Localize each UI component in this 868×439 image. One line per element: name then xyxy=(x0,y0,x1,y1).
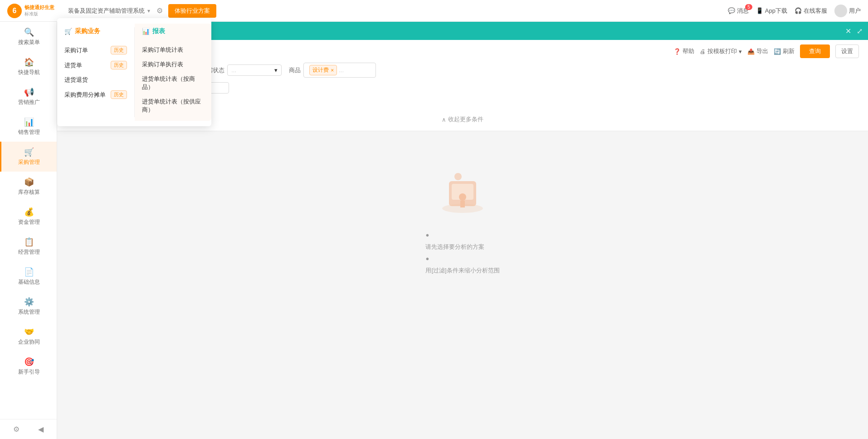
help-icon: ❓ xyxy=(673,48,681,55)
sales-icon: 📊 xyxy=(24,117,34,127)
logo-icon: 6 xyxy=(7,4,22,18)
system-title: 装备及固定资产辅助管理系统 xyxy=(68,7,145,15)
collapse-icon: ∧ xyxy=(442,116,446,123)
empty-text: ● 请先选择要分析的方案 ● 用[过滤]条件来缩小分析范围 xyxy=(425,229,499,276)
history-badge-0: 历史 xyxy=(111,46,127,54)
refresh-btn[interactable]: 🔄 刷新 xyxy=(774,47,795,55)
print-dropdown-icon: ▾ xyxy=(739,48,742,55)
purchase-dropdown-menu: 🛒 采购业务 采购订单 历史 进货单 历史 xyxy=(57,22,211,126)
goods-filter: 商品 设计费 × ... xyxy=(289,63,376,78)
svg-point-3 xyxy=(459,193,466,201)
collaboration-icon: 🤝 xyxy=(24,327,34,337)
headset-icon: 🎧 xyxy=(795,7,802,14)
sidebar-item-collaboration[interactable]: 🤝 企业协同 xyxy=(0,321,57,351)
stock-return-item[interactable]: 进货退货 xyxy=(64,73,127,87)
sidebar: 🔍 搜索菜单 🏠 快捷导航 📢 营销推广 📊 销售管理 🛒 采购管理 📦 xyxy=(0,22,57,439)
industry-btn[interactable]: 体验行业方案 xyxy=(168,4,216,18)
goods-tag: 设计费 × xyxy=(309,65,337,75)
user-menu[interactable]: 用户 xyxy=(834,5,861,17)
refresh-icon: 🔄 xyxy=(774,48,781,55)
sidebar-item-sales[interactable]: 📊 销售管理 xyxy=(0,112,57,142)
sidebar-item-basic-info[interactable]: 📄 基础信息 xyxy=(0,261,57,291)
empty-illustration xyxy=(435,168,490,222)
logo-text: 畅捷通好生意 标准版 xyxy=(24,4,54,17)
sidebar-item-search[interactable]: 🔍 搜索菜单 xyxy=(0,22,57,52)
doc-status-arrow: ▾ xyxy=(274,67,278,74)
sidebar-bottom: ⚙ ◀ xyxy=(0,419,57,439)
sidebar-item-purchase[interactable]: 🛒 采购管理 xyxy=(0,142,57,172)
app-download-btn[interactable]: 📱 App下载 xyxy=(756,7,787,15)
purchase-order-item[interactable]: 采购订单 历史 xyxy=(64,43,127,58)
purchase-icon-menu: 🛒 xyxy=(64,28,72,35)
message-badge: 5 xyxy=(745,4,752,10)
report-icon: 📊 xyxy=(142,28,150,35)
goods-more[interactable]: ... xyxy=(339,67,344,74)
sidebar-settings-btn[interactable]: ⚙ xyxy=(13,425,20,434)
beginner-icon: 🎯 xyxy=(24,357,34,367)
system-icon: ⚙️ xyxy=(24,297,34,307)
purchase-expense-item[interactable]: 采购费用分摊单 历史 xyxy=(64,87,127,102)
sidebar-item-inventory[interactable]: 📦 库存核算 xyxy=(0,172,57,202)
tab-bar: 首页 销售排行榜 × ✕ ⤢ 🛒 xyxy=(57,22,868,40)
goods-select[interactable]: 设计费 × ... xyxy=(303,63,376,78)
phone-icon: 📱 xyxy=(756,7,763,14)
inventory-icon: 📦 xyxy=(24,177,34,187)
logo-area: 6 畅捷通好生意 标准版 xyxy=(7,4,64,18)
print-icon: 🖨 xyxy=(700,48,706,55)
bullet-2: ● xyxy=(425,253,499,265)
export-btn[interactable]: 📤 导出 xyxy=(747,47,768,55)
sidebar-item-finance[interactable]: 💰 资金管理 xyxy=(0,202,57,232)
tab-fullscreen-icon[interactable]: ⤢ xyxy=(857,27,863,35)
export-icon: 📤 xyxy=(747,48,755,55)
home-icon: 🏠 xyxy=(24,57,34,67)
finance-icon: 💰 xyxy=(24,207,34,217)
top-nav: 装备及固定资产辅助管理系统 ▾ ⚙ 体验行业方案 xyxy=(64,4,728,18)
purchase-business-title: 🛒 采购业务 xyxy=(64,27,127,38)
empty-state: ● 请先选择要分析的方案 ● 用[过滤]条件来缩小分析范围 xyxy=(57,131,868,313)
marketing-icon: 📢 xyxy=(24,87,34,97)
print-template-btn[interactable]: 🖨 按模板打印 ▾ xyxy=(700,47,742,55)
stock-stats-by-supplier-item[interactable]: 进货单统计表（按供应商） xyxy=(142,94,205,117)
goods-tag-close[interactable]: × xyxy=(331,67,334,74)
message-icon: 💬 xyxy=(728,7,735,14)
top-right: 💬 消息 5 📱 App下载 🎧 在线客服 用户 xyxy=(728,5,861,17)
settings-icon[interactable]: ⚙ xyxy=(156,6,163,15)
basic-info-icon: 📄 xyxy=(24,267,34,277)
sidebar-item-system[interactable]: ⚙️ 系统管理 xyxy=(0,291,57,321)
purchase-order-exec-item[interactable]: 采购订单执行表 xyxy=(142,57,205,72)
main-area: 🔍 搜索菜单 🏠 快捷导航 📢 营销推广 📊 销售管理 🛒 采购管理 📦 xyxy=(0,22,868,439)
doc-status-filter: 单据状态 ... ▾ xyxy=(201,64,282,76)
help-btn[interactable]: ❓ 帮助 xyxy=(673,47,694,55)
search-icon: 🔍 xyxy=(24,27,34,37)
bullet-1: ● xyxy=(425,229,499,241)
settings-btn[interactable]: 设置 xyxy=(835,44,859,58)
messages-btn[interactable]: 💬 消息 5 xyxy=(728,7,749,15)
purchase-business-col: 🛒 采购业务 采购订单 历史 进货单 历史 xyxy=(57,24,134,121)
tab-close-icon[interactable]: ✕ xyxy=(845,27,851,35)
operations-icon: 📋 xyxy=(24,237,34,247)
content-area: 首页 销售排行榜 × ✕ ⤢ 🛒 xyxy=(57,22,868,439)
sidebar-item-operations[interactable]: 📋 经营管理 xyxy=(0,232,57,261)
sidebar-item-beginner[interactable]: 🎯 新手引导 xyxy=(0,351,57,381)
svg-rect-4 xyxy=(460,201,465,207)
report-title: 📊 报表 xyxy=(142,27,205,38)
nav-dropdown-arrow[interactable]: ▾ xyxy=(147,8,150,14)
sidebar-collapse-btn[interactable]: ◀ xyxy=(38,425,44,434)
stock-in-item[interactable]: 进货单 历史 xyxy=(64,58,127,73)
user-avatar xyxy=(834,5,847,17)
sidebar-item-marketing[interactable]: 📢 营销推广 xyxy=(0,82,57,112)
doc-status-select[interactable]: ... ▾ xyxy=(227,64,282,76)
app-container: 6 畅捷通好生意 标准版 装备及固定资产辅助管理系统 ▾ ⚙ 体验行业方案 💬 … xyxy=(0,0,868,439)
report-col: 📊 报表 采购订单统计表 采购订单执行表 进货单统计表（按商品） xyxy=(135,24,212,121)
dropdown-cols: 🛒 采购业务 采购订单 历史 进货单 历史 xyxy=(57,24,211,121)
purchase-order-stats-item[interactable]: 采购订单统计表 xyxy=(142,43,205,57)
history-badge-3: 历史 xyxy=(111,90,127,99)
query-btn[interactable]: 查询 xyxy=(800,44,830,58)
history-badge-1: 历史 xyxy=(111,61,127,69)
online-service-btn[interactable]: 🎧 在线客服 xyxy=(795,7,827,15)
stock-stats-by-goods-item[interactable]: 进货单统计表（按商品） xyxy=(142,72,205,94)
purchase-icon: 🛒 xyxy=(24,147,34,157)
svg-point-5 xyxy=(454,173,462,180)
sidebar-item-quicknav[interactable]: 🏠 快捷导航 xyxy=(0,52,57,82)
tab-actions: ✕ ⤢ xyxy=(845,27,868,35)
